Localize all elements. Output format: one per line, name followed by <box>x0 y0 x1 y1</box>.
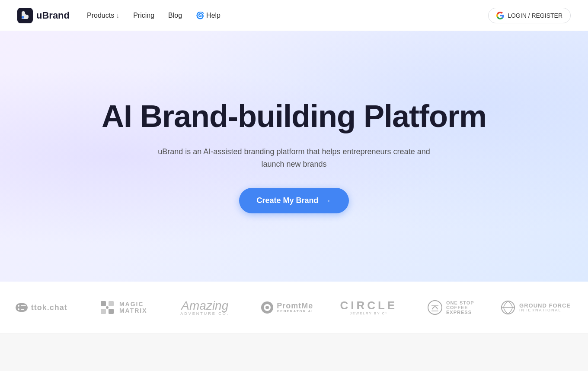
login-label: LOGIN / REGISTER <box>508 12 562 19</box>
help-icon: 🌀 <box>196 11 205 19</box>
cta-label: Create My Brand <box>256 196 318 205</box>
logo-amazing: Amazing ADVENTURE CO. <box>164 300 246 316</box>
svg-rect-7 <box>101 301 106 306</box>
svg-point-14 <box>265 306 269 309</box>
nav-left: uBrand Products ↓ Pricing Blog 🌀 Help <box>17 8 220 23</box>
logo[interactable]: uBrand <box>17 8 70 23</box>
svg-point-3 <box>18 305 19 307</box>
hero-title: AI Brand-building Platform <box>102 99 486 133</box>
bottom-title: Start with logo & build a stunning brand… <box>17 368 571 371</box>
logos-strip: ttok.chat MAGIC MATRIX Amazing ADVENTURE… <box>0 282 588 334</box>
logo-ground-force: GROUND FORCE INTERNATIONAL <box>492 300 579 315</box>
dropdown-icon: ↓ <box>116 12 119 19</box>
svg-point-11 <box>106 306 109 309</box>
nav-links: Products ↓ Pricing Blog 🌀 Help <box>87 11 220 19</box>
logo-promptme: PromtMe GENERATOR AI <box>246 301 328 314</box>
svg-rect-5 <box>21 305 26 306</box>
logo-one-stop-coffee: ONE STOP COFFEE EXPRESS <box>410 300 492 315</box>
logo-text: uBrand <box>36 10 70 21</box>
login-button[interactable]: LOGIN / REGISTER <box>488 8 571 23</box>
svg-rect-10 <box>109 309 114 314</box>
svg-rect-6 <box>21 309 24 310</box>
svg-rect-2 <box>16 303 28 312</box>
nav-help[interactable]: 🌀 Help <box>196 11 220 19</box>
google-icon <box>496 12 504 19</box>
logo-circle: CIRCLE JEWELRY BY C* <box>328 299 410 315</box>
nav-products[interactable]: Products ↓ <box>87 12 119 19</box>
hero-section: AI Brand-building Platform uBrand is an … <box>0 31 588 282</box>
svg-point-4 <box>18 308 19 310</box>
arrow-icon: → <box>323 196 332 206</box>
svg-point-1 <box>22 16 24 19</box>
svg-point-15 <box>428 301 442 314</box>
logo-magic-matrix: MAGIC MATRIX <box>82 299 164 316</box>
logo-tiktok-chat: ttok.chat <box>0 301 82 314</box>
navigation: uBrand Products ↓ Pricing Blog 🌀 Help <box>0 0 588 31</box>
create-brand-button[interactable]: Create My Brand → <box>239 188 348 213</box>
logo-icon <box>17 8 33 23</box>
nav-blog[interactable]: Blog <box>168 12 182 19</box>
hero-subtitle: uBrand is an AI-assisted branding platfo… <box>156 146 432 171</box>
bottom-section: Start with logo & build a stunning brand… <box>0 334 588 371</box>
svg-rect-8 <box>109 301 114 306</box>
nav-pricing[interactable]: Pricing <box>133 12 154 19</box>
svg-rect-9 <box>101 309 106 314</box>
